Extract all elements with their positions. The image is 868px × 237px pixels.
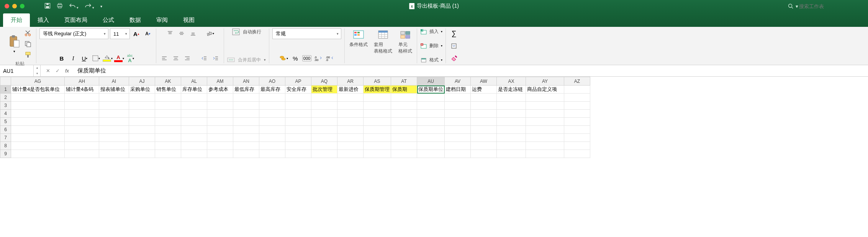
currency-icon[interactable]: ▾ <box>279 53 289 63</box>
cell-AL1[interactable]: 库存单位 <box>181 86 207 94</box>
cell-AK6[interactable] <box>155 126 181 134</box>
column-header-AJ[interactable]: AJ <box>129 77 155 86</box>
cell-AV1[interactable]: 建档日期 <box>445 86 471 94</box>
cut-icon[interactable] <box>23 28 33 38</box>
cell-AJ3[interactable] <box>129 102 155 110</box>
cell-AO2[interactable] <box>259 94 285 102</box>
column-header-AR[interactable]: AR <box>337 77 364 86</box>
cell-AS8[interactable] <box>364 142 391 150</box>
cell-AR3[interactable] <box>337 102 364 110</box>
column-header-AL[interactable]: AL <box>181 77 207 86</box>
cell-AS2[interactable] <box>364 94 391 102</box>
cell-AW5[interactable] <box>471 118 497 126</box>
cell-AU4[interactable] <box>417 110 445 118</box>
merge-button[interactable]: 合并后居中 <box>238 57 261 63</box>
cell-AJ2[interactable] <box>129 94 155 102</box>
tab-formulas[interactable]: 公式 <box>95 13 122 27</box>
qat-customize-icon[interactable]: ▾ <box>100 4 102 8</box>
column-header-AY[interactable]: AY <box>526 77 564 86</box>
column-header-AQ[interactable]: AQ <box>311 77 337 86</box>
cell-AJ1[interactable]: 采购单位 <box>129 86 155 94</box>
redo-icon[interactable]: ▾ <box>85 3 94 10</box>
cell-AN1[interactable]: 最低库存 <box>233 86 259 94</box>
align-center-icon[interactable] <box>171 53 181 63</box>
column-header-AZ[interactable]: AZ <box>564 77 590 86</box>
comma-icon[interactable]: 000 <box>302 53 312 63</box>
row-header-8[interactable]: 8 <box>0 142 11 150</box>
cell-AM6[interactable] <box>207 126 233 134</box>
cell-AY6[interactable] <box>526 126 564 134</box>
cell-AH3[interactable] <box>65 102 99 110</box>
cell-AU6[interactable] <box>417 126 445 134</box>
cell-AI4[interactable] <box>99 110 129 118</box>
cell-AV9[interactable] <box>445 150 471 158</box>
search-bar[interactable]: ▾ <box>788 3 863 9</box>
format-cells-button[interactable]: 格式 <box>429 57 439 63</box>
column-header-AW[interactable]: AW <box>471 77 497 86</box>
cell-AW3[interactable] <box>471 102 497 110</box>
cell-AZ5[interactable] <box>564 118 590 126</box>
cell-AH2[interactable] <box>65 94 99 102</box>
cell-AZ6[interactable] <box>564 126 590 134</box>
close-icon[interactable] <box>5 4 9 8</box>
cell-AT3[interactable] <box>391 102 417 110</box>
cell-AW6[interactable] <box>471 126 497 134</box>
cell-AN3[interactable] <box>233 102 259 110</box>
cell-AG9[interactable] <box>11 150 65 158</box>
row-header-9[interactable]: 9 <box>0 150 11 158</box>
cell-AU5[interactable] <box>417 118 445 126</box>
cell-AG3[interactable] <box>11 102 65 110</box>
cell-AV2[interactable] <box>445 94 471 102</box>
cell-AZ1[interactable] <box>564 86 590 94</box>
cell-AX3[interactable] <box>497 102 526 110</box>
wrap-text-button[interactable]: 自动换行 <box>243 29 261 35</box>
table-format-button[interactable]: 套用 表格格式 <box>372 28 394 55</box>
cell-AH1[interactable]: 辅计量4条码 <box>65 86 99 94</box>
cell-AP4[interactable] <box>285 110 311 118</box>
cell-AU3[interactable] <box>417 102 445 110</box>
cell-AX9[interactable] <box>497 150 526 158</box>
cell-AP5[interactable] <box>285 118 311 126</box>
cell-AM1[interactable]: 参考成本 <box>207 86 233 94</box>
cell-AL2[interactable] <box>181 94 207 102</box>
underline-button[interactable]: U▾ <box>80 53 90 63</box>
increase-indent-icon[interactable] <box>211 53 221 63</box>
cell-AG2[interactable] <box>11 94 65 102</box>
cell-AK1[interactable]: 销售单位 <box>155 86 181 94</box>
cell-AZ4[interactable] <box>564 110 590 118</box>
cell-AZ8[interactable] <box>564 142 590 150</box>
cell-AY9[interactable] <box>526 150 564 158</box>
cell-AW8[interactable] <box>471 142 497 150</box>
align-right-icon[interactable] <box>182 53 192 63</box>
cell-AH8[interactable] <box>65 142 99 150</box>
minimize-icon[interactable] <box>12 4 17 8</box>
cell-AO4[interactable] <box>259 110 285 118</box>
cell-AX4[interactable] <box>497 110 526 118</box>
delete-cells-button[interactable]: 删除 <box>429 43 439 49</box>
row-header-1[interactable]: 1 <box>0 86 11 94</box>
column-header-AM[interactable]: AM <box>207 77 233 86</box>
cell-AV5[interactable] <box>445 118 471 126</box>
column-header-AT[interactable]: AT <box>391 77 417 86</box>
row-header-3[interactable]: 3 <box>0 102 11 110</box>
cell-AP8[interactable] <box>285 142 311 150</box>
cell-AL4[interactable] <box>181 110 207 118</box>
cell-AO5[interactable] <box>259 118 285 126</box>
cancel-formula-icon[interactable]: ✕ <box>46 68 50 74</box>
cell-AS1[interactable]: 保质期管理 <box>364 86 391 94</box>
accept-formula-icon[interactable]: ✓ <box>56 68 60 74</box>
row-header-7[interactable]: 7 <box>0 134 11 142</box>
cell-AO3[interactable] <box>259 102 285 110</box>
column-header-AP[interactable]: AP <box>285 77 311 86</box>
cell-AU1[interactable]: 保质期单位 <box>417 86 445 94</box>
cell-AQ3[interactable] <box>311 102 337 110</box>
cell-AJ5[interactable] <box>129 118 155 126</box>
align-left-icon[interactable] <box>159 53 169 63</box>
name-box-spinner[interactable]: ▴▾ <box>34 65 41 76</box>
cell-AT5[interactable] <box>391 118 417 126</box>
cell-AX6[interactable] <box>497 126 526 134</box>
font-size-select[interactable]: 11 <box>110 28 130 39</box>
insert-cells-button[interactable]: 插入 <box>429 28 439 35</box>
phonetic-button[interactable]: abcA▾ <box>126 53 136 63</box>
cell-AM7[interactable] <box>207 134 233 142</box>
